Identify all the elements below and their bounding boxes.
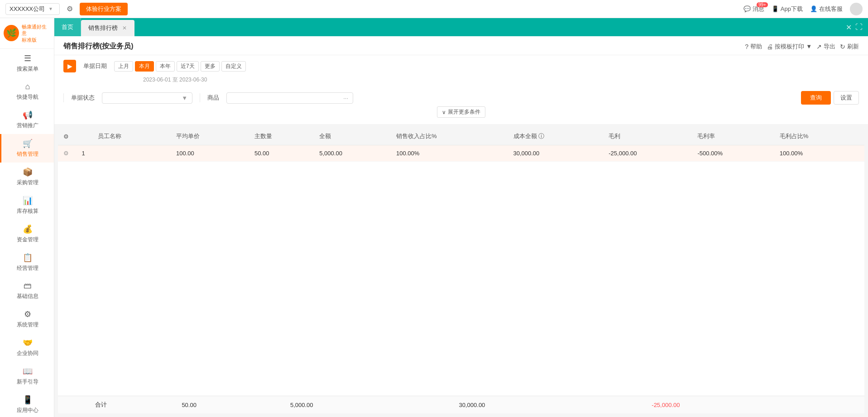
sidebar-item-quick-nav[interactable]: ⌂ 快捷导航: [0, 77, 54, 105]
sidebar-item-operations[interactable]: 📋 经营管理: [0, 248, 54, 277]
filter-expand-button[interactable]: ▶: [63, 60, 76, 72]
row-settings[interactable]: ⚙: [58, 145, 74, 162]
sidebar-label-purchase: 采购管理: [17, 179, 38, 187]
avatar[interactable]: [850, 3, 863, 15]
date-btn-this-year[interactable]: 本年: [156, 61, 175, 72]
row-cost-amount: 30,000.00: [508, 145, 604, 162]
col-gross-profit: 毛利: [603, 128, 692, 145]
sidebar-item-finance[interactable]: 💰 资金管理: [0, 220, 54, 248]
row-main-qty: 50.00: [249, 145, 314, 162]
content-area: 首页 销售排行榜 ✕ ✕ ⛶ 销售排行榜(按业务员) ? 帮助: [54, 18, 868, 417]
header-actions: ? 帮助 🖨 按模板打印 ▼ ↗ 导出 ↻: [745, 43, 859, 51]
sidebar-label-app-center: 应用中心: [17, 407, 38, 414]
marketing-icon: 📢: [23, 110, 33, 120]
sidebar-item-guide[interactable]: 📖 新手引导: [0, 362, 54, 390]
tab-bar-right: ✕ ⛶: [846, 23, 868, 32]
row-gross-profit: -25,000.00: [603, 145, 692, 162]
experience-button[interactable]: 体验行业方案: [80, 3, 128, 15]
row-rank: 1: [74, 145, 92, 162]
sidebar-label-marketing: 营销推广: [17, 122, 38, 129]
refresh-button[interactable]: ↻ 刷新: [840, 43, 859, 51]
sidebar-label-basic-info: 基础信息: [17, 292, 38, 300]
sidebar-item-basic-info[interactable]: 🗃 基础信息: [0, 277, 54, 305]
expand-conditions-button[interactable]: ∨ 展开更多条件: [437, 106, 485, 118]
sidebar-item-inventory[interactable]: 📊 库存核算: [0, 191, 54, 220]
tab-home-label: 首页: [62, 23, 73, 31]
sidebar-logo: 🌿 畅康通好生意 标准版: [0, 18, 54, 49]
tab-sales-ranking[interactable]: 销售排行榜 ✕: [81, 20, 134, 36]
sidebar-item-enterprise-collab[interactable]: 🤝 企业协同: [0, 333, 54, 362]
row-employee: [92, 145, 171, 162]
date-btn-this-month[interactable]: 本月: [135, 61, 154, 72]
col-avg-price: 平均单价: [171, 128, 249, 145]
col-gross-pct: 毛利占比%: [774, 128, 864, 145]
table-footer: 合计 50.00 5,000.00 30,000.00 -25,000.00: [58, 396, 864, 413]
purchase-icon: 📦: [23, 167, 33, 177]
message-icon: 💬: [743, 5, 751, 12]
help-icon: ?: [745, 43, 748, 50]
sidebar-label-enterprise-collab: 企业协同: [17, 350, 38, 357]
online-service-label: 在线客服: [819, 5, 843, 13]
col-employee: 员工名称: [92, 128, 171, 145]
company-selector[interactable]: XXXXXX公司 ▼: [5, 3, 60, 15]
export-icon: ↗: [816, 43, 822, 50]
sidebar-item-search-orders[interactable]: ☰ 搜索菜单: [0, 49, 54, 77]
row-gross-pct: 100.00%: [774, 145, 864, 162]
date-btn-last-month[interactable]: 上月: [114, 61, 133, 72]
filter-expand-icon: ▶: [67, 62, 72, 70]
logo-text: 畅康通好生意 标准版: [22, 24, 50, 43]
footer-row: 合计 50.00 5,000.00 30,000.00 -25,000.00: [63, 401, 859, 409]
footer-settings-col: [63, 401, 77, 409]
top-right-actions: 💬 消息 99+ 📱 App下载 👤 在线客服: [743, 3, 863, 15]
tab-close-all-icon[interactable]: ✕: [846, 23, 852, 32]
date-btn-custom[interactable]: 自定义: [221, 61, 246, 72]
expand-chevron-icon: ∨: [442, 109, 446, 115]
sidebar: 🌿 畅康通好生意 标准版 ☰ 搜索菜单 ⌂ 快捷导航 📢 营销推广 🛒 销售管理…: [0, 18, 54, 417]
print-label: 按模板打印: [775, 43, 804, 51]
sidebar-item-app-center[interactable]: 📱 应用中心: [0, 390, 54, 417]
date-range-display: 2023-06-01 至 2023-06-30: [143, 77, 207, 83]
sidebar-item-sales[interactable]: 🛒 销售管理: [0, 134, 54, 163]
sidebar-label-finance: 资金管理: [17, 236, 38, 244]
app-download-button[interactable]: 📱 App下载: [772, 5, 803, 13]
filter-separator-1: [63, 93, 64, 102]
app-center-icon: 📱: [23, 395, 33, 405]
data-table: ⚙ 员工名称 平均单价 主数量 全额 销售收入占比% 成本全额 ⓘ 毛利 毛利率…: [58, 128, 864, 162]
chevron-down-icon: ▼: [48, 6, 53, 11]
finance-icon: 💰: [23, 224, 33, 234]
status-filter-label: 单据状态: [71, 94, 95, 102]
export-button[interactable]: ↗ 导出: [816, 43, 835, 51]
tab-fullscreen-icon[interactable]: ⛶: [855, 23, 863, 31]
row-avg-price: 100.00: [171, 145, 249, 162]
tab-home[interactable]: 首页: [54, 18, 81, 36]
filter-separator-2: [200, 93, 200, 102]
sidebar-label-inventory: 库存核算: [17, 207, 38, 215]
logo-icon: 🌿: [4, 25, 19, 41]
col-sales-pct: 销售收入占比%: [391, 128, 508, 145]
sidebar-label-sales: 销售管理: [17, 150, 38, 158]
footer-label: 合计: [95, 401, 182, 409]
sidebar-item-system[interactable]: ⚙ 系统管理: [0, 305, 54, 333]
status-select[interactable]: ▼: [102, 92, 192, 104]
help-button[interactable]: ? 帮助: [745, 43, 762, 51]
column-settings-button[interactable]: 设置: [834, 91, 859, 105]
online-service-button[interactable]: 👤 在线客服: [810, 5, 843, 13]
sidebar-item-purchase[interactable]: 📦 采购管理: [0, 163, 54, 191]
footer-total-amount: 5,000.00: [290, 401, 459, 409]
settings-icon[interactable]: ⚙: [63, 3, 76, 15]
col-settings[interactable]: ⚙: [58, 128, 74, 145]
search-orders-icon: ☰: [24, 53, 31, 63]
table-empty-space: [58, 162, 864, 396]
sidebar-item-marketing[interactable]: 📢 营销推广: [0, 105, 54, 134]
enterprise-collab-icon: 🤝: [23, 338, 33, 348]
operations-icon: 📋: [23, 253, 33, 263]
print-button[interactable]: 🖨 按模板打印 ▼: [767, 43, 812, 51]
message-button[interactable]: 💬 消息 99+: [743, 5, 764, 13]
query-button[interactable]: 查询: [801, 91, 831, 105]
date-btn-7days[interactable]: 近7天: [177, 61, 199, 72]
guide-icon: 📖: [23, 366, 33, 376]
tab-close-icon[interactable]: ✕: [122, 25, 127, 31]
goods-input[interactable]: ···: [226, 92, 353, 104]
date-btn-more[interactable]: 更多: [201, 61, 220, 72]
filter-area: ▶ 单据日期 上月 本月 本年 近7天 更多 自定义 2023-06-01 至 …: [54, 55, 868, 124]
